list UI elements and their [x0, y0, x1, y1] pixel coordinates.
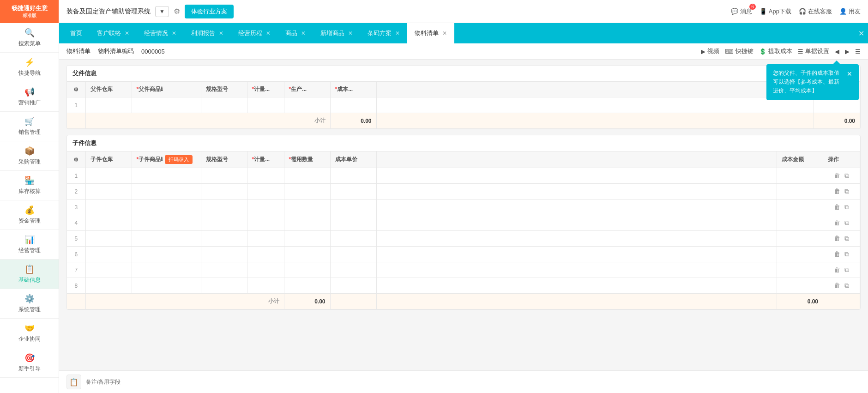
child-spec-cell[interactable]: [201, 215, 247, 231]
child-product-cell[interactable]: [132, 231, 201, 247]
child-spec-cell[interactable]: [201, 231, 247, 247]
single-settings-btn[interactable]: ☰ 单据设置: [798, 47, 829, 55]
child-product-cell[interactable]: [132, 278, 201, 294]
nav-tab-4[interactable]: 经营历程✕: [231, 23, 278, 43]
child-qty-cell[interactable]: [284, 215, 330, 231]
child-warehouse-cell[interactable]: [85, 262, 132, 278]
nav-tab-3[interactable]: 利润报告✕: [184, 23, 231, 43]
nav-tab-5[interactable]: 商品✕: [278, 23, 313, 43]
view-video-btn[interactable]: ▶ 视频: [701, 47, 719, 55]
copy-icon[interactable]: ⧉: [844, 203, 849, 211]
scan-input-btn[interactable]: 扫码录入: [165, 155, 193, 164]
child-unit-cell[interactable]: [247, 168, 284, 184]
child-unit-cost-cell[interactable]: [330, 200, 376, 215]
delete-icon[interactable]: 🗑: [834, 172, 840, 179]
user-btn[interactable]: 👤 用友: [839, 7, 861, 16]
system-dropdown[interactable]: ▼: [155, 6, 169, 17]
sidebar-item-finance[interactable]: 💰 资金管理: [0, 200, 59, 230]
extract-cost-btn[interactable]: 💲 提取成本: [759, 47, 792, 55]
child-product-cell[interactable]: [132, 184, 201, 200]
child-spec-cell[interactable]: [201, 200, 247, 215]
parent-col-settings[interactable]: ⚙: [67, 82, 85, 97]
tooltip-close-btn[interactable]: ✕: [847, 69, 852, 79]
tab-close-btn[interactable]: ✕: [266, 30, 271, 36]
child-unit-cost-cell[interactable]: [330, 215, 376, 231]
copy-icon[interactable]: ⧉: [844, 187, 849, 195]
child-warehouse-cell[interactable]: [85, 184, 132, 200]
parent-spec-cell[interactable]: [201, 97, 247, 113]
sidebar-item-enterprise[interactable]: 🤝 企业协同: [0, 319, 59, 348]
copy-icon[interactable]: ⧉: [844, 235, 849, 242]
parent-product-cell[interactable]: [132, 97, 201, 113]
child-qty-cell[interactable]: [284, 168, 330, 184]
sidebar-item-search[interactable]: 🔍 搜索菜单: [0, 23, 59, 53]
sidebar-item-marketing[interactable]: 📢 营销推广: [0, 82, 59, 112]
child-qty-cell[interactable]: [284, 278, 330, 294]
child-unit-cost-cell[interactable]: [330, 278, 376, 294]
child-qty-cell[interactable]: [284, 231, 330, 247]
nav-tab-8[interactable]: 物料清单✕: [407, 23, 454, 43]
copy-icon[interactable]: ⧉: [844, 172, 849, 179]
child-unit-cell[interactable]: [247, 278, 284, 294]
tab-close-btn[interactable]: ✕: [395, 30, 400, 36]
delete-icon[interactable]: 🗑: [834, 250, 840, 258]
note-icon[interactable]: 📋: [66, 375, 81, 389]
child-unit-cell[interactable]: [247, 262, 284, 278]
child-spec-cell[interactable]: [201, 247, 247, 262]
child-unit-cell[interactable]: [247, 231, 284, 247]
parent-warehouse-cell[interactable]: [85, 97, 132, 113]
copy-icon[interactable]: ⧉: [844, 282, 849, 289]
child-unit-cost-cell[interactable]: [330, 231, 376, 247]
nav-tab-2[interactable]: 经营情况✕: [137, 23, 184, 43]
child-product-cell[interactable]: [132, 215, 201, 231]
delete-icon[interactable]: 🗑: [834, 282, 840, 289]
settings-icon[interactable]: ⚙: [174, 7, 180, 16]
child-product-cell[interactable]: [132, 200, 201, 215]
delete-icon[interactable]: 🗑: [834, 203, 840, 211]
online-service-btn[interactable]: 🎧 在线客服: [799, 7, 832, 16]
child-warehouse-cell[interactable]: [85, 200, 132, 215]
child-unit-cost-cell[interactable]: [330, 168, 376, 184]
copy-icon[interactable]: ⧉: [844, 250, 849, 258]
parent-unit-cell[interactable]: [247, 97, 284, 113]
nav-tab-7[interactable]: 条码方案✕: [360, 23, 407, 43]
nav-tab-0[interactable]: 首页: [63, 23, 90, 43]
list-view-btn[interactable]: ☰: [855, 48, 861, 55]
close-all-tabs-btn[interactable]: ✕: [854, 23, 868, 43]
parent-cost-cell[interactable]: [330, 97, 376, 113]
child-col-settings[interactable]: ⚙: [67, 151, 85, 168]
child-unit-cell[interactable]: [247, 200, 284, 215]
breadcrumb-current[interactable]: 物料清单: [66, 47, 90, 55]
experience-btn[interactable]: 体验行业方案: [185, 5, 234, 18]
child-unit-cost-cell[interactable]: [330, 247, 376, 262]
copy-icon[interactable]: ⧉: [844, 266, 849, 273]
delete-icon[interactable]: 🗑: [834, 235, 840, 242]
child-product-cell[interactable]: [132, 168, 201, 184]
child-warehouse-cell[interactable]: [85, 215, 132, 231]
delete-icon[interactable]: 🗑: [834, 187, 840, 195]
shortcut-btn[interactable]: ⌨ 快捷键: [725, 47, 753, 55]
nav-tab-6[interactable]: 新增商品✕: [313, 23, 360, 43]
message-btn[interactable]: 💬 消息 6: [731, 7, 752, 16]
sidebar-item-inventory[interactable]: 🏪 库存核算: [0, 171, 59, 200]
sidebar-item-purchase[interactable]: 📦 采购管理: [0, 141, 59, 171]
delete-icon[interactable]: 🗑: [834, 266, 840, 273]
child-unit-cell[interactable]: [247, 184, 284, 200]
child-spec-cell[interactable]: [201, 168, 247, 184]
nav-tab-1[interactable]: 客户联络✕: [90, 23, 137, 43]
child-qty-cell[interactable]: [284, 184, 330, 200]
nav-prev-btn[interactable]: ◀: [835, 48, 839, 55]
child-warehouse-cell[interactable]: [85, 231, 132, 247]
child-unit-cell[interactable]: [247, 247, 284, 262]
child-qty-cell[interactable]: [284, 200, 330, 215]
child-spec-cell[interactable]: [201, 262, 247, 278]
child-unit-cost-cell[interactable]: [330, 262, 376, 278]
child-warehouse-cell[interactable]: [85, 247, 132, 262]
sidebar-item-ops[interactable]: 📊 经营管理: [0, 230, 59, 260]
child-product-cell[interactable]: [132, 262, 201, 278]
child-warehouse-cell[interactable]: [85, 278, 132, 294]
sidebar-item-system[interactable]: ⚙️ 系统管理: [0, 289, 59, 319]
app-download-btn[interactable]: 📱 App下载: [760, 7, 791, 16]
tab-close-btn[interactable]: ✕: [172, 30, 176, 36]
parent-produce-cell[interactable]: [284, 97, 330, 113]
